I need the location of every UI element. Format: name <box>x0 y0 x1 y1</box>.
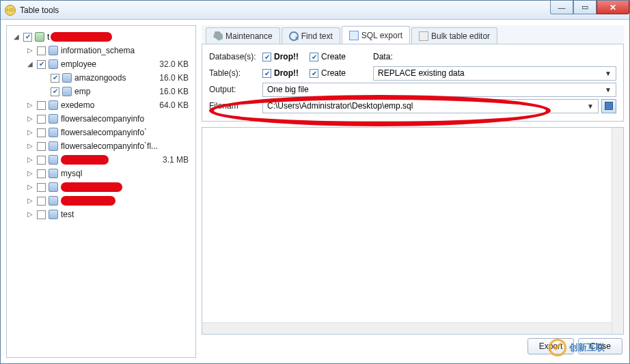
data-mode-value: REPLACE existing data <box>378 68 465 78</box>
tree-row[interactable]: ▷mysql <box>10 167 193 180</box>
tree-row[interactable]: ▷flowersalecompanyinfo` <box>10 126 193 139</box>
tab-label: Bulk table editor <box>431 31 490 41</box>
database-icon <box>49 59 58 69</box>
tree-checkbox[interactable] <box>37 156 46 165</box>
tree-row[interactable]: amazongoods16.0 KB <box>10 71 193 85</box>
expand-icon[interactable]: ▷ <box>26 153 34 167</box>
tree-row[interactable]: ▷flowersalecompanyinfo <box>10 112 193 126</box>
tree-label: t <box>47 30 49 44</box>
window-controls: — ▭ ✕ <box>550 1 629 14</box>
bulk-icon <box>419 31 428 41</box>
tree-checkbox[interactable] <box>37 183 46 192</box>
output-log[interactable] <box>202 127 624 335</box>
tree-label: mysql <box>61 167 82 180</box>
data-label: Data: <box>373 52 406 61</box>
collapse-icon[interactable]: ◢ <box>12 30 20 44</box>
tree-checkbox[interactable] <box>37 169 46 178</box>
close-window-button[interactable]: ✕ <box>597 1 629 14</box>
sql-export-options: Database(s): Drop!! Create Data: Table(s… <box>202 44 624 122</box>
window-title: Table tools <box>20 5 59 15</box>
close-button[interactable]: Close <box>578 338 622 354</box>
tables-label: Table(s): <box>209 68 262 78</box>
tab-findtext[interactable]: Find text <box>282 27 340 44</box>
export-button[interactable]: Export <box>528 338 575 354</box>
tree-checkbox[interactable] <box>37 210 46 219</box>
db-create-checkbox[interactable] <box>310 53 318 61</box>
redacted-label <box>61 196 115 206</box>
save-file-button[interactable] <box>601 99 616 113</box>
tree-label: flowersalecompanyinfo <box>61 112 144 126</box>
tbl-create-checkbox[interactable] <box>310 69 318 78</box>
output-label: Output: <box>209 85 262 94</box>
expand-icon[interactable]: ▷ <box>26 139 34 153</box>
window-frame: HS Table tools — ▭ ✕ ◢ t ▷information_sc… <box>0 0 630 364</box>
database-tree[interactable]: ◢ t ▷information_schema◢employee32.0 KBa… <box>6 25 196 358</box>
expand-icon[interactable]: ▷ <box>26 167 34 180</box>
database-icon <box>49 182 58 192</box>
tree-row[interactable]: ▷ <box>10 180 193 194</box>
host-checkbox[interactable] <box>23 33 32 42</box>
tab-label: SQL export <box>361 31 402 40</box>
content-area: ◢ t ▷information_schema◢employee32.0 KBa… <box>1 20 629 363</box>
tree-size: 32.0 KB <box>159 57 189 71</box>
expand-icon[interactable]: ▷ <box>26 180 34 194</box>
output-combo[interactable]: One big file ▼ <box>262 83 616 97</box>
titlebar: HS Table tools — ▭ ✕ <box>1 1 629 20</box>
db-drop-checkbox[interactable] <box>262 53 271 61</box>
maximize-button[interactable]: ▭ <box>573 1 597 14</box>
tree-checkbox[interactable] <box>37 128 46 137</box>
database-icon <box>62 73 72 83</box>
db-drop-label: Drop!! <box>274 52 299 61</box>
filename-combo[interactable]: C:\Users\Administrator\Desktop\emp.sql ▼ <box>262 99 599 113</box>
vertical-scrollbar[interactable] <box>612 128 623 334</box>
findtext-icon <box>289 31 299 41</box>
tree-row[interactable]: ▷3.1 MB <box>10 153 193 167</box>
tab-maintenance[interactable]: Maintenance <box>206 27 280 44</box>
tbl-drop-label: Drop!! <box>274 68 299 78</box>
tree-row[interactable]: ◢employee32.0 KB <box>10 57 193 71</box>
tree-label: exedemo <box>61 98 94 112</box>
tree-row[interactable]: ▷test <box>10 208 193 221</box>
tree-size: 16.0 KB <box>159 85 189 98</box>
tree-host-row[interactable]: ◢ t <box>10 30 193 44</box>
database-icon <box>49 114 58 124</box>
tree-checkbox[interactable] <box>37 46 46 55</box>
tree-row[interactable]: ▷ <box>10 194 193 208</box>
horizontal-scrollbar[interactable] <box>202 322 612 334</box>
tree-checkbox[interactable] <box>37 101 46 110</box>
expand-icon[interactable]: ▷ <box>26 126 34 139</box>
tree-checkbox[interactable] <box>51 74 59 83</box>
tree-row[interactable]: emp16.0 KB <box>10 85 193 98</box>
tree-checkbox[interactable] <box>37 197 46 206</box>
database-icon <box>49 196 58 206</box>
expand-icon[interactable]: ▷ <box>26 44 34 57</box>
expand-icon[interactable]: ▷ <box>26 98 34 112</box>
tree-size: 16.0 KB <box>159 71 189 85</box>
minimize-button[interactable]: — <box>550 1 573 14</box>
chevron-down-icon: ▼ <box>605 86 612 94</box>
expand-icon[interactable]: ◢ <box>26 57 34 71</box>
database-icon <box>49 210 58 219</box>
tree-checkbox[interactable] <box>51 87 59 96</box>
expand-icon[interactable]: ▷ <box>26 112 34 126</box>
tree-checkbox[interactable] <box>37 142 46 151</box>
expand-icon[interactable]: ▷ <box>26 194 34 208</box>
tree-checkbox[interactable] <box>37 60 46 69</box>
tab-sqlexport[interactable]: SQL export <box>342 26 410 44</box>
database-icon <box>49 155 58 165</box>
bottom-button-row: Export Close <box>202 335 624 358</box>
host-icon <box>35 32 44 42</box>
tree-row[interactable]: ▷exedemo64.0 KB <box>10 98 193 112</box>
tree-row[interactable]: ▷flowersalecompanyinfo`fl... <box>10 139 193 153</box>
tree-checkbox[interactable] <box>37 115 46 124</box>
tree-row[interactable]: ▷information_schema <box>10 44 193 57</box>
tab-bulk[interactable]: Bulk table editor <box>411 27 497 44</box>
data-mode-combo[interactable]: REPLACE existing data ▼ <box>373 66 616 81</box>
expand-icon[interactable]: ▷ <box>26 208 34 221</box>
chevron-down-icon: ▼ <box>587 102 594 110</box>
output-value: One big file <box>267 85 309 94</box>
db-create-label: Create <box>321 52 346 61</box>
tree-label: flowersalecompanyinfo`fl... <box>61 139 158 153</box>
tbl-drop-checkbox[interactable] <box>262 69 271 78</box>
redacted-label <box>61 182 122 192</box>
